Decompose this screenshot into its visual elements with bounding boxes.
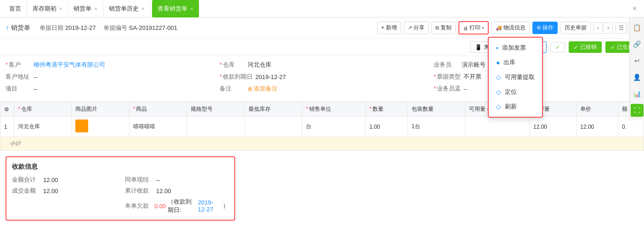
customer-value[interactable]: 柳州粤港平安气体有限公司 xyxy=(34,61,105,69)
outbound-label: 出库 xyxy=(503,58,515,67)
available-pickup-label: 可用量提取 xyxy=(505,73,535,81)
right-icon-expand[interactable]: ⛶ xyxy=(631,104,644,117)
dropdown-available-pickup[interactable]: ◇ 可用量提取 xyxy=(489,70,542,85)
tab-sales-history[interactable]: 销货单历史 × xyxy=(103,0,150,17)
tab-view-sales[interactable]: 查看销货单 × xyxy=(152,0,199,17)
ticket-value: 不开票 xyxy=(463,73,481,81)
payment-same-order-item: 同单现结 -- xyxy=(125,176,229,184)
due-date-field: 收款到期日 2019-12-27 xyxy=(220,73,424,81)
tab-bar: 首页 库存期初 × 销货单 × 销货单历史 × 查看销货单 × × xyxy=(0,0,644,17)
toolbar: + 新增 ↗ 分享 ⧉ 复制 🖨 打印 ▾ 🚚 物流信息 xyxy=(377,21,638,34)
doc-meta: 单据日期 2019-12-27 单据编号 SA-20191227-001 xyxy=(40,24,377,32)
staff-value: 演示账号 xyxy=(462,61,486,69)
right-icon-return[interactable]: ↩ xyxy=(631,54,644,67)
tab-sales[interactable]: 销货单 × xyxy=(68,0,103,17)
history-button[interactable]: 历史单据 xyxy=(560,22,591,34)
operation-button[interactable]: ⚙ 操作 xyxy=(532,22,558,34)
col-spec: 规格型号 xyxy=(187,102,244,117)
add-note-button[interactable]: ⊕ 添加备注 xyxy=(248,85,277,93)
add-invoice-icon: ▪ xyxy=(496,44,498,51)
right-icon-clipboard[interactable]: 📋 xyxy=(631,21,644,34)
doc-title: ↑ 销货单 xyxy=(6,24,30,32)
new-button[interactable]: + 新增 xyxy=(377,22,401,34)
tab-sales-close[interactable]: × xyxy=(94,6,97,11)
col-image: 商品图片 xyxy=(72,102,129,117)
right-panel: 📋 🔗 ↩ 👤 📊 ⛶ xyxy=(629,17,644,120)
cell-current: 12.00 xyxy=(530,117,576,137)
cell-product: 嘻嘻嘻嘻 xyxy=(129,117,186,137)
next-arrow[interactable]: › xyxy=(604,23,613,34)
window-close-button[interactable]: × xyxy=(629,5,640,13)
project-label: 项目 xyxy=(6,85,31,93)
payment-due-value: 0.00 xyxy=(154,203,166,210)
sold-button[interactable]: ✓ 已核销 xyxy=(569,41,602,53)
copy-button[interactable]: ⧉ 复制 xyxy=(431,22,456,34)
subtotal-row: 小计 xyxy=(0,137,644,151)
customer-field: 客户 柳州粤港平安气体有限公司 xyxy=(6,61,210,69)
list-view-button[interactable]: ☰ xyxy=(616,23,627,34)
check-button[interactable]: ✓ xyxy=(550,42,565,52)
cell-unit-price: 12.00 xyxy=(576,117,618,137)
dropdown-outbound[interactable]: ● 出库 xyxy=(489,55,542,70)
refresh-icon: ◇ xyxy=(496,103,501,110)
tab-inventory[interactable]: 库存期初 × xyxy=(27,0,68,17)
dropdown-add-invoice[interactable]: ▪ 添加发票 xyxy=(489,40,542,55)
tab-sales-history-label: 销货单历史 xyxy=(109,5,139,13)
form-row-3: 项目 -- 备注 ⊕ 添加备注 业务员孟 -- xyxy=(6,85,638,93)
warehouse-value: 河北仓库 xyxy=(248,61,271,69)
payment-same-order-label: 同单现结 xyxy=(125,176,153,184)
doc-date-label: 单据日期 xyxy=(40,24,63,32)
doc-title-icon: ↑ xyxy=(6,24,9,32)
logistics-button-label: 物流信息 xyxy=(503,24,525,32)
staff2-label: 业务员孟 xyxy=(434,85,461,93)
new-button-label: + 新增 xyxy=(381,24,397,32)
tab-view-sales-close[interactable]: × xyxy=(190,6,193,11)
tab-home[interactable]: 首页 xyxy=(4,0,27,17)
col-product: 商品 xyxy=(129,102,186,117)
tab-view-sales-label: 查看销货单 xyxy=(158,5,187,13)
locate-label: 定位 xyxy=(505,88,517,96)
doc-number-value: SA-20191227-001 xyxy=(129,24,178,31)
payment-transaction-value: 12.00 xyxy=(43,188,58,194)
cell-min-stock xyxy=(244,117,302,137)
sold-label: 已核销 xyxy=(580,43,597,51)
dropdown-locate[interactable]: ◇ 定位 xyxy=(489,85,542,99)
right-icon-link[interactable]: 🔗 xyxy=(631,38,644,51)
tab-inventory-close[interactable]: × xyxy=(59,6,62,11)
form-row-1: 客户 柳州粤港平安气体有限公司 仓库 河北仓库 业务员 演示账号 xyxy=(6,61,638,69)
phone-icon: 📱 xyxy=(475,44,482,51)
print-button[interactable]: 🖨 打印 ▾ xyxy=(458,21,489,34)
locate-icon: ◇ xyxy=(496,88,501,96)
ticket-label: 票据类型 xyxy=(434,73,461,81)
prev-arrow[interactable]: ‹ xyxy=(593,23,603,34)
dropdown-refresh[interactable]: ◇ 刷新 xyxy=(489,99,542,114)
logistics-button[interactable]: 🚚 物流信息 xyxy=(491,22,530,34)
due-date-value: 2019-12-27 xyxy=(255,74,286,80)
col-setting: ⚙ xyxy=(0,102,14,117)
project-field: 项目 -- xyxy=(6,85,210,93)
tab-home-label: 首页 xyxy=(9,5,21,13)
available-pickup-icon: ◇ xyxy=(496,74,501,81)
share-icon: ↗ xyxy=(408,25,412,31)
cell-qty: 1.00 xyxy=(366,117,408,137)
share-button[interactable]: ↗ 分享 xyxy=(404,22,429,34)
doc-number-item: 单据编号 SA-20191227-001 xyxy=(103,24,178,32)
payment-same-order-value: -- xyxy=(156,177,160,183)
form-section: 客户 柳州粤港平安气体有限公司 仓库 河北仓库 业务员 演示账号 客户地址 -- xyxy=(0,56,644,102)
form-row-2: 客户地址 -- 收款到期日 2019-12-27 票据类型 不开票 xyxy=(6,73,638,81)
operation-dropdown: ▪ 添加发票 ● 出库 ◇ 可用量提取 ◇ 定位 ◇ 刷新 xyxy=(488,37,543,118)
right-icon-user[interactable]: 👤 xyxy=(631,71,644,84)
right-icon-chart[interactable]: 📊 xyxy=(631,87,644,100)
col-pack-qty: 包装数量 xyxy=(408,102,465,117)
tab-sales-history-close[interactable]: × xyxy=(141,6,144,11)
history-button-label: 历史单据 xyxy=(565,24,587,32)
staff-label: 业务员 xyxy=(434,61,459,69)
payment-total-label: 金额合计 xyxy=(12,176,40,184)
cell-image xyxy=(72,117,129,137)
col-warehouse: 仓库 xyxy=(14,102,72,117)
cell-unit: 台 xyxy=(302,117,365,137)
tab-inventory-label: 库存期初 xyxy=(33,5,56,13)
print-dropdown-arrow: ▾ xyxy=(482,25,484,30)
doc-header: ↑ 销货单 单据日期 2019-12-27 单据编号 SA-20191227-0… xyxy=(0,17,644,39)
table-row: 1 河北仓库 嘻嘻嘻嘻 台 1.00 1台 12 xyxy=(0,117,644,137)
